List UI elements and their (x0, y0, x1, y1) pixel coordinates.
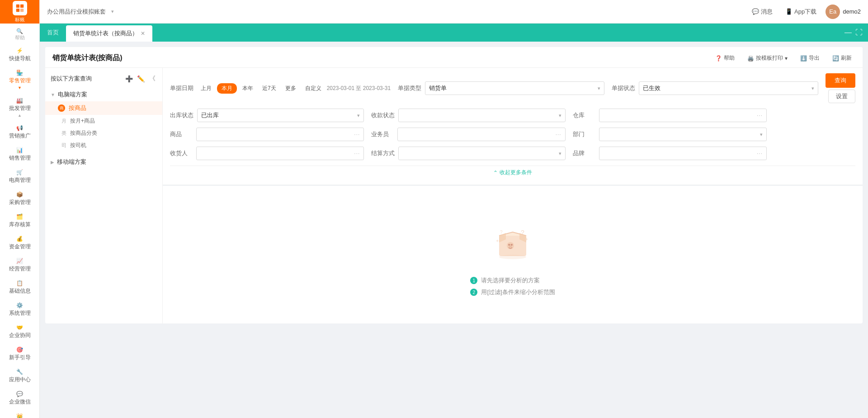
topbar-appdownload-btn[interactable]: 📱 App下载 (782, 6, 820, 18)
print-btn[interactable]: 🖨️ 按模板打印 ▾ (744, 52, 791, 64)
scheme-sub-item-category[interactable]: 类 按商品分类 (45, 127, 162, 139)
main-panel: 销货单统计表(按商品) ❓ 帮助 🖨️ 按模板打印 ▾ ⬇️ 导出 (45, 47, 863, 323)
department-control[interactable]: ▾ (599, 128, 767, 141)
date-btn-this-year[interactable]: 本年 (239, 83, 257, 94)
filter-product: 商品 ··· (170, 128, 364, 141)
docstatus-value: 已生效 (643, 84, 810, 92)
settlement-control[interactable]: ▾ (398, 147, 565, 160)
sidebar-item-basic[interactable]: 📋 基础信息 (0, 276, 39, 299)
export-btn[interactable]: ⬇️ 导出 (797, 52, 823, 64)
maximize-btn[interactable]: ⛶ (855, 28, 863, 37)
outstatus-control[interactable]: 已出库 ▾ (197, 109, 364, 122)
tab-close-icon[interactable]: ✕ (141, 30, 145, 37)
sidebar-item-finance[interactable]: 💰 资金管理 (0, 232, 39, 254)
print-icon: 🖨️ (747, 55, 754, 62)
sidebar-item-system[interactable]: ⚙️ 系统管理 (0, 299, 39, 321)
scheme-title: 按以下方案查询 (51, 75, 122, 83)
sidebar-item-wechat[interactable]: 💬 企业微信 (0, 387, 39, 409)
salesperson-more: ··· (556, 131, 561, 138)
product-more: ··· (354, 131, 360, 138)
date-btn-this-month[interactable]: 本月 (217, 83, 237, 94)
sidebar-item-purchase[interactable]: 📦 采购管理 (0, 188, 39, 210)
username-label: demo2 (843, 8, 861, 15)
sidebar-item-appstore[interactable]: 🔧 应用中心 (0, 365, 39, 387)
tab-home[interactable]: 首页 (40, 24, 66, 42)
filter-docstatus: 单据状态 已生效 ▾ (612, 81, 818, 95)
expand-icon: ▼ (18, 86, 22, 90)
svg-point-7 (508, 244, 510, 246)
brand-control[interactable]: ··· (599, 147, 767, 160)
help-btn[interactable]: ❓ 帮助 (712, 52, 738, 64)
system-label: 系统管理 (9, 309, 31, 317)
settings-button[interactable]: 设置 (828, 90, 855, 103)
date-quick-group: 上月 本月 本年 近7天 更多 自定义 2023-03-01 至 2023-03… (197, 83, 391, 94)
scheme-sub-item-month-product[interactable]: 月 按月+商品 (45, 115, 162, 127)
tab-report[interactable]: 销货单统计表（按商品） ✕ (66, 25, 152, 42)
empty-illustration: ? ? ✦ ✦ (486, 213, 540, 267)
consignee-control[interactable]: ··· (196, 147, 364, 160)
pc-group-label: 电脑端方案 (58, 90, 87, 99)
topbar-message-btn[interactable]: 💬 消息 (748, 6, 776, 18)
svg-text:✦: ✦ (524, 236, 528, 242)
operations-icon: 📈 (16, 258, 23, 264)
filter-row-1: 单据日期 上月 本月 本年 近7天 更多 自定义 2023-03-01 至 20… (170, 73, 855, 103)
collapse-filter-btn[interactable]: ⌃ 收起更多条件 (170, 166, 855, 179)
warehouse-control[interactable]: ··· (599, 109, 767, 122)
filter-warehouse: 仓库 ··· (573, 109, 767, 122)
sidebar-item-marketing[interactable]: 📢 营销推广 (0, 121, 39, 143)
sidebar-item-ecommerce[interactable]: 🛒 电商管理 (0, 166, 39, 188)
scheme-group-pc-header[interactable]: ▼ 电脑端方案 (45, 88, 162, 101)
svg-text:✦: ✦ (495, 238, 499, 243)
tip-text-2: 用[过滤]条件来缩小分析范围 (481, 288, 555, 296)
sub-icon-month: 月 (61, 118, 66, 124)
retail-label: 零售管理 (9, 77, 31, 85)
receiptstatus-control[interactable]: ▾ (398, 109, 565, 122)
sidebar-item-sales[interactable]: 📊 销售管理 (0, 143, 39, 166)
sales-label: 销售管理 (9, 154, 31, 162)
sidebar-item-wholesale[interactable]: 🏭 批发管理 ▲ (0, 94, 39, 121)
docstatus-arrow: ▾ (811, 86, 814, 91)
filter-row-2: 出库状态 已出库 ▾ 收款状态 ▾ (170, 109, 855, 122)
refresh-btn[interactable]: 🔄 刷新 (829, 52, 855, 64)
sidebar-search[interactable]: 🔍 帮助 (0, 24, 39, 44)
sidebar-item-quicknav[interactable]: ⚡ 快捷导航 (0, 44, 39, 66)
ecommerce-icon: 🛒 (16, 169, 23, 176)
minimize-btn[interactable]: — (844, 28, 852, 37)
salesperson-control[interactable]: ··· (397, 128, 565, 141)
scheme-sub-item-driver[interactable]: 司 按司机 (45, 139, 162, 152)
mobile-group-label: 移动端方案 (57, 158, 86, 166)
sidebar-item-inventory[interactable]: 🗂️ 库存核算 (0, 210, 39, 232)
guide-icon: 🎯 (16, 347, 23, 353)
empty-tips: 1 请先选择要分析的方案 2 用[过滤]条件来缩小分析范围 (470, 276, 555, 296)
date-btn-custom[interactable]: 自定义 (302, 83, 325, 94)
outstatus-value: 已出库 (201, 111, 355, 119)
sidebar-item-operations[interactable]: 📈 经营管理 (0, 254, 39, 276)
topbar-dropdown-icon[interactable]: ▾ (111, 9, 114, 14)
docstatus-control[interactable]: 已生效 ▾ (639, 81, 818, 95)
app-logo: 标账 (0, 0, 40, 24)
date-btn-last-month[interactable]: 上月 (197, 83, 215, 94)
date-btn-7days[interactable]: 近7天 (259, 83, 280, 94)
scheme-group-mobile-header[interactable]: ▶ 移动端方案 (45, 155, 162, 169)
query-button[interactable]: 查询 (826, 73, 855, 88)
sidebar-item-retail[interactable]: 🏪 零售管理 ▼ (0, 66, 39, 94)
vip-icon: 👑 (16, 413, 23, 418)
main-wrapper: 办公用品行业模拟账套 ▾ 💬 消息 📱 App下载 Ea demo2 首页 销货… (40, 0, 868, 418)
product-control[interactable]: ··· (196, 128, 364, 141)
filter-row-4: 收货人 ··· 结算方式 ▾ (170, 147, 855, 160)
topbar-user[interactable]: Ea demo2 (826, 5, 861, 19)
docstatus-label: 单据状态 (612, 84, 635, 92)
tip-text-1: 请先选择要分析的方案 (481, 276, 540, 285)
sidebar-item-guide[interactable]: 🎯 新手引导 (0, 343, 39, 365)
add-scheme-btn[interactable]: ➕ (124, 74, 133, 83)
sidebar-item-vip[interactable]: 👑 畅会员 (0, 409, 39, 418)
receiptstatus-label: 收款状态 (371, 111, 395, 119)
collapse-scheme-btn[interactable]: 《 (148, 74, 157, 83)
date-btn-more[interactable]: 更多 (282, 83, 300, 94)
refresh-icon: 🔄 (832, 55, 839, 62)
scheme-item-by-product[interactable]: 商 按商品 (45, 101, 162, 115)
doctype-control[interactable]: 销货单 ▾ (425, 81, 604, 95)
sales-icon: 📊 (16, 147, 23, 153)
sidebar-item-enterprise[interactable]: 🤝 企业协同 (0, 321, 39, 343)
edit-scheme-btn[interactable]: ✏️ (136, 74, 145, 83)
